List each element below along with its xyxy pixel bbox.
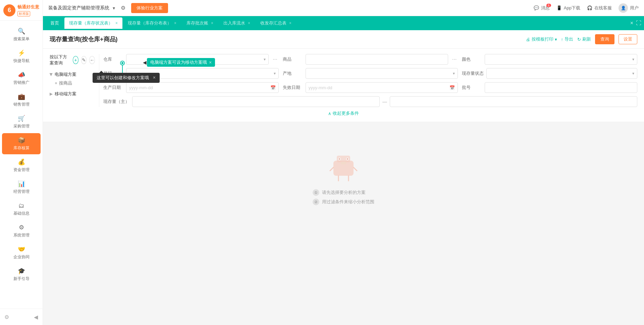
tab-bar: 首页 现存量（库存状况表） × 现存量（库存分布表） × 库存批次账 × 出入库… xyxy=(43,16,644,30)
system-icon: ⚙ xyxy=(18,224,25,231)
sidebar-item-guide[interactable]: 🎓 新手引导 xyxy=(2,264,41,285)
user-action[interactable]: 👤 用户 xyxy=(619,3,639,13)
sidebar-nav: 🔍 搜索菜单 ⚡ 快捷导航 📣 营销推广 💼 销售管理 🛒 采购管理 📦 库存核… xyxy=(0,21,43,309)
page-title: 现存量查询(按仓库+商品) xyxy=(50,35,118,43)
desktop-scheme-toggle[interactable]: ▶ 电脑端方案 xyxy=(50,70,95,79)
page-actions: 🖨 按模板打印 ▾ ↑ 导出 ↻ 刷新 查询 设置 xyxy=(526,34,638,44)
scheme-tag-close[interactable]: × xyxy=(209,60,212,65)
add-scheme-button[interactable]: + xyxy=(73,56,78,64)
sidebar-item-marketing[interactable]: 📣 营销推广 xyxy=(2,68,41,89)
export-button[interactable]: ↑ 导出 xyxy=(561,36,574,42)
system-dropdown[interactable]: ▾ xyxy=(113,5,115,11)
sidebar-item-enterprise[interactable]: 🤝 企业协同 xyxy=(2,242,41,263)
tab-close-icon-2[interactable]: × xyxy=(174,21,176,25)
batch-label: 批号 xyxy=(462,85,482,91)
empty-tip-2: ② 用过滤条件来缩小分析范围 xyxy=(313,199,374,205)
filter-label: 按以下方案查询 xyxy=(50,54,70,66)
tooltip2-close[interactable]: × xyxy=(153,75,156,80)
svg-rect-6 xyxy=(341,162,346,164)
color-group: 颜色 ▾ xyxy=(462,54,637,65)
reset-button[interactable]: 设置 xyxy=(619,34,637,44)
scheme-tag[interactable]: 电脑端方案可设为移动方案哦 × xyxy=(147,58,215,67)
refresh-icon: ↻ xyxy=(577,37,581,42)
stock-status-select[interactable]: ▾ xyxy=(486,68,637,79)
online-service-action[interactable]: 🎧 在线客服 xyxy=(587,5,612,11)
tab-close-icon-5[interactable]: × xyxy=(289,21,291,25)
sidebar-bottom: ⚙ ◀ xyxy=(0,309,43,325)
operations-icon: 📊 xyxy=(18,180,25,187)
refresh-button[interactable]: ↻ 刷新 xyxy=(577,36,591,42)
collapse-button[interactable]: ∧ 收起更多条件 xyxy=(50,110,637,116)
sidebar-item-finance[interactable]: 💰 资金管理 xyxy=(2,155,41,176)
tab-receive-send[interactable]: 收发存汇总表 × xyxy=(256,17,296,29)
tab-maximize-icon[interactable]: ⛶ xyxy=(636,20,641,26)
sidebar-item-operations[interactable]: 📊 经营管理 xyxy=(2,177,41,198)
stock-main-to[interactable] xyxy=(390,96,637,107)
empty-tip-2-text: 用过滤条件来缩小分析范围 xyxy=(322,199,374,205)
app-download-label: App下载 xyxy=(564,5,580,11)
arrow-scheme-button[interactable]: ← xyxy=(89,56,95,64)
mfg-date-group: 生产日期 yyyy-mm-dd 📅 xyxy=(103,82,279,93)
settings-bottom-icon[interactable]: ⚙ xyxy=(2,312,11,322)
sidebar-item-sales[interactable]: 💼 销售管理 xyxy=(2,90,41,111)
origin-arrow: ▾ xyxy=(453,71,455,76)
avatar: 👤 xyxy=(619,3,628,13)
origin-select[interactable]: ▾ xyxy=(306,68,458,79)
mfg-date-from[interactable]: yyyy-mm-dd 📅 xyxy=(126,82,279,93)
sidebar-item-system[interactable]: ⚙ 系统管理 xyxy=(2,220,41,241)
tab-inventory-dist[interactable]: 现存量（库存分布表） × xyxy=(123,17,181,29)
sidebar-item-inventory[interactable]: 📦 库存核算 xyxy=(2,133,41,154)
empty-tip-1: ① 请先选择要分析的方案 xyxy=(313,189,366,196)
tab-inventory-status[interactable]: 现存量（库存状况表） × xyxy=(64,17,122,29)
empty-tips: ① 请先选择要分析的方案 ② 用过滤条件来缩小分析范围 xyxy=(313,189,374,205)
app-download-action[interactable]: 📱 App下载 xyxy=(556,5,580,11)
exp-date-group: 失效日期 yyyy-mm-dd 📅 xyxy=(283,82,458,93)
goods-label: 商品 xyxy=(283,56,303,62)
marketing-icon: 📣 xyxy=(18,71,25,78)
notifications-action[interactable]: 💬 消息 6 xyxy=(534,5,550,11)
tab-close-icon-3[interactable]: × xyxy=(211,21,213,25)
stock-status-label: 现存量状态 xyxy=(462,70,484,76)
logo-icon: 6 xyxy=(3,4,15,16)
sidebar-logo: 6 畅通好生意 标准版 xyxy=(0,0,43,21)
tab-batch-account[interactable]: 库存批次账 × xyxy=(182,17,218,29)
color-select[interactable]: ▾ xyxy=(485,54,637,65)
batch-input[interactable] xyxy=(485,82,637,93)
tab-in-out-flow[interactable]: 出入库流水 × xyxy=(219,17,255,29)
tab-home[interactable]: 首页 xyxy=(46,17,64,29)
template-print-button[interactable]: 🖨 按模板打印 ▾ xyxy=(526,36,557,42)
empty-state: ① 请先选择要分析的方案 ② 用过滤条件来缩小分析范围 xyxy=(43,122,644,232)
tab-close-all-icon[interactable]: × xyxy=(630,20,633,26)
experience-button[interactable]: 体验行业方案 xyxy=(131,3,168,13)
goods-select[interactable] xyxy=(306,54,448,65)
empty-tip-1-text: 请先选择要分析的方案 xyxy=(322,189,366,196)
phone-icon: 📱 xyxy=(556,5,562,10)
brand-badge: 标准版 xyxy=(17,11,30,16)
tip-num-2: ② xyxy=(313,199,319,205)
mobile-scheme-toggle[interactable]: ▶ 移动端方案 xyxy=(50,90,95,98)
tab-close-icon[interactable]: × xyxy=(115,21,118,25)
exp-date-from[interactable]: yyyy-mm-dd 📅 xyxy=(306,82,458,93)
header-settings-icon[interactable]: ⚙ xyxy=(118,3,128,13)
sales-icon: 💼 xyxy=(18,93,25,100)
warehouse-dots[interactable]: ··· xyxy=(271,56,278,62)
edit-scheme-button[interactable]: ✎ xyxy=(81,56,87,64)
inventory-icon: 📦 xyxy=(18,137,25,144)
sidebar-item-basic[interactable]: 🗂 基础信息 xyxy=(2,199,41,220)
scheme-tree-item-1[interactable]: 按商品 xyxy=(55,79,95,88)
export-icon: ↑ xyxy=(561,37,564,42)
stock-main-from[interactable] xyxy=(132,96,380,107)
sidebar-item-search[interactable]: 🔍 搜索菜单 xyxy=(2,24,41,45)
collapse-icon[interactable]: ◀ xyxy=(31,312,41,322)
print-icon: 🖨 xyxy=(526,37,530,42)
sidebar-item-purchase[interactable]: 🛒 采购管理 xyxy=(2,111,41,132)
tab-inventory-dist-label: 现存量（库存分布表） xyxy=(128,20,171,26)
search-button[interactable]: 查询 xyxy=(595,34,614,44)
tab-close-icon-4[interactable]: × xyxy=(248,21,250,25)
sidebar-item-quick[interactable]: ⚡ 快捷导航 xyxy=(2,46,41,67)
online-service-label: 在线客服 xyxy=(594,5,612,11)
sidebar-item-label-basic: 基础信息 xyxy=(13,211,30,216)
main-content: 装备及固定资产辅助管理系统 ▾ ⚙ 体验行业方案 💬 消息 6 📱 App下载 … xyxy=(43,0,644,325)
filter-row-4: 现存量（主） — xyxy=(103,96,637,107)
goods-dots[interactable]: ··· xyxy=(451,56,458,62)
